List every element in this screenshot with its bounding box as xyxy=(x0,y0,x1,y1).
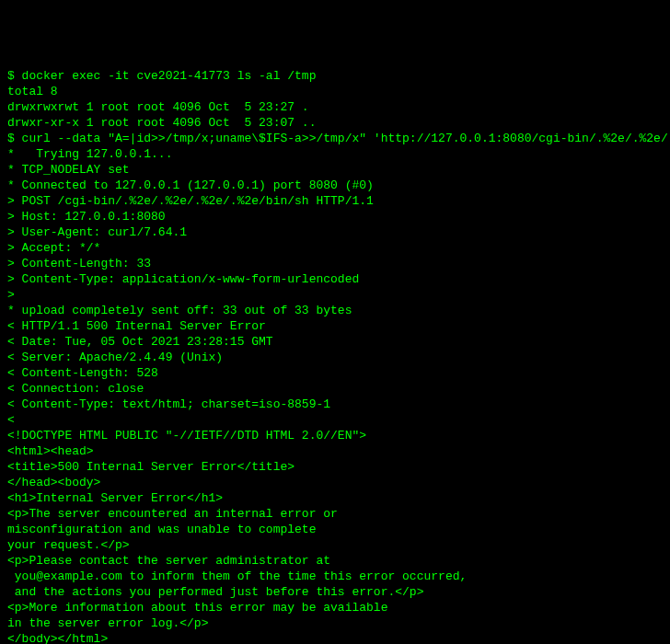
terminal-output: $ docker exec -it cve2021-41773 ls -al /… xyxy=(7,68,663,644)
